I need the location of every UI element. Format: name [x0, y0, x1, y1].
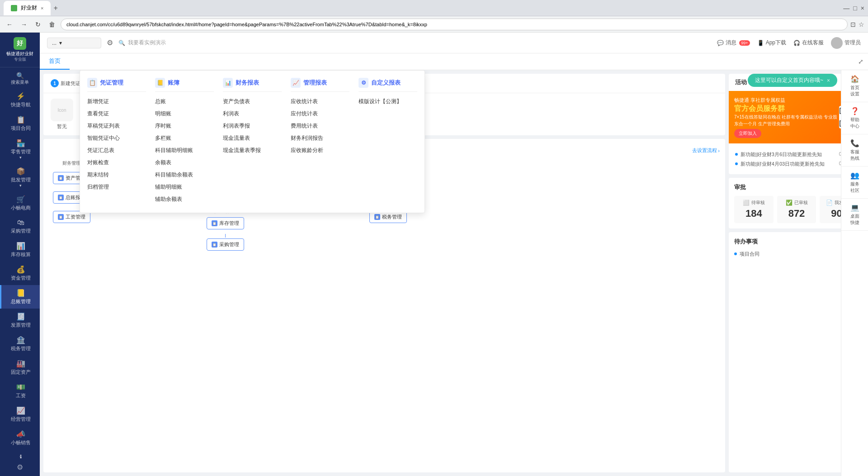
nav-refresh-button[interactable]: ↻ — [33, 19, 43, 30]
menu-item-cashflow[interactable]: 现金流量表 — [223, 132, 282, 144]
logo-text: 畅捷通好业财 — [6, 51, 33, 57]
sidebar-item-management[interactable]: 📈 经营管理 — [0, 403, 40, 426]
basics-icon: ℹ — [19, 453, 22, 458]
nav-delete-button[interactable]: 🗑 — [46, 19, 58, 30]
approval-stat-pending[interactable]: ⬜ 待审核 184 — [734, 196, 774, 223]
sidebar-gear-button[interactable]: ⚙ — [12, 458, 28, 476]
menu-item-general-ledger[interactable]: 总账 — [155, 95, 214, 108]
menu-item-income-quarterly[interactable]: 利润表季报 — [223, 120, 282, 132]
search-placeholder[interactable]: 我要看实例演示 — [128, 39, 166, 47]
menu-item-expense-stats[interactable]: 费用统计表 — [291, 120, 349, 132]
approval-stat-approved[interactable]: ✅ 已审核 872 — [777, 196, 816, 223]
sidebar-item-invoice[interactable]: 🧾 发票管理 — [0, 309, 40, 332]
sidebar-search[interactable]: 🔍 搜索菜单 — [0, 69, 40, 88]
menu-item-ar-stats[interactable]: 应收统计表 — [291, 95, 349, 108]
sidebar-item-purchase[interactable]: 🛍 采购管理 — [0, 215, 40, 238]
salary-icon: 💵 — [16, 383, 25, 391]
menu-item-subject-aux-balance[interactable]: 科目辅助余额表 — [155, 169, 214, 181]
address-bar[interactable] — [61, 19, 848, 30]
menu-item-archive[interactable]: 归档管理 — [87, 181, 146, 193]
sidebar-item-inventory[interactable]: 📊 库存核算 — [0, 238, 40, 262]
setup-flow-link[interactable]: 去设置流程 › — [692, 147, 720, 154]
menu-item-balance[interactable]: 余额表 — [155, 157, 214, 169]
menu-item-draft-voucher[interactable]: 草稿凭证列表 — [87, 120, 146, 132]
nav-back-button[interactable]: ← — [4, 19, 15, 30]
inventory-icon: 📊 — [16, 242, 25, 250]
sidebar-item-wholesale[interactable]: 📦 批发管理 ▾ — [0, 163, 40, 191]
menu-item-view-voucher[interactable]: 查看凭证 — [87, 108, 146, 120]
menu-item-template-design[interactable]: 模版设计【公测】 — [359, 95, 417, 108]
menu-item-cashflow-quarterly[interactable]: 现金流量表季报 — [223, 144, 282, 157]
menu-item-smart-voucher[interactable]: 智能凭证中心 — [87, 132, 146, 144]
tab-expand-icon[interactable]: ⤢ — [858, 58, 863, 65]
menu-section-custom-report: ⚙ 自定义报表 模版设计【公测】 — [359, 78, 417, 205]
menu-item-aux-balance[interactable]: 辅助余额表 — [155, 193, 214, 205]
nav-forward-button[interactable]: → — [18, 19, 30, 30]
section-header-ledger: 📒 账簿 — [155, 78, 214, 92]
topbar-settings-icon[interactable]: ⚙ — [107, 38, 113, 47]
message-button[interactable]: 💬 消息 99+ — [717, 39, 750, 47]
user-avatar-button[interactable]: 管理员 — [831, 37, 861, 49]
sidebar-item-project[interactable]: 📋 项目合同 — [0, 112, 40, 135]
company-name: ... — [52, 40, 57, 46]
window-minimize[interactable]: — — [843, 5, 849, 12]
search-bar[interactable]: 🔍 我要看实例演示 — [118, 39, 254, 47]
sidebar-bottom: ⚙ — [0, 458, 40, 476]
new-tab-button[interactable]: + — [53, 4, 57, 12]
menu-item-period-close[interactable]: 期末结转 — [87, 169, 146, 181]
home-settings-icon: 🏠 — [850, 75, 859, 83]
tooltip-close-button[interactable]: × — [827, 77, 830, 84]
window-close[interactable]: × — [861, 5, 864, 12]
quick-icon-1[interactable]: Icon 暂无 — [51, 99, 73, 130]
right-panel-community[interactable]: 👥 服务社区 — [841, 167, 868, 199]
tab-home[interactable]: 首页 — [40, 53, 70, 70]
right-panel-desktop[interactable]: 💻 桌面快捷 — [841, 199, 868, 231]
todo-item-project: 项目合同 — [734, 249, 859, 259]
tab-title: 好业财 — [21, 4, 37, 12]
window-maximize[interactable]: □ — [853, 5, 857, 12]
menu-item-voucher-summary[interactable]: 凭证汇总表 — [87, 144, 146, 157]
app-download-button[interactable]: 📱 App下载 — [757, 39, 786, 47]
menu-item-subject-aux-detail[interactable]: 科目辅助明细账 — [155, 144, 214, 157]
sidebar-item-ecommerce[interactable]: 🛒 小畅电商 — [0, 191, 40, 215]
bookmark-icon[interactable]: ☆ — [859, 21, 864, 28]
sidebar: 好 畅捷通好业财 专业版 🔍 搜索菜单 ⚡ 快捷导航 📋 项目合同 🏪 零售管理… — [0, 33, 40, 476]
todo-dot-1 — [734, 252, 737, 255]
online-support-button[interactable]: 🎧 在线客服 — [793, 39, 824, 47]
sidebar-item-tax[interactable]: 🏦 税务管理 — [0, 332, 40, 356]
menu-item-sequence-ledger[interactable]: 序时账 — [155, 120, 214, 132]
sidebar-item-quick-nav[interactable]: ⚡ 快捷导航 — [0, 88, 40, 112]
sidebar-item-salary[interactable]: 💵 工资 — [0, 379, 40, 403]
ledger-icon: 📒 — [16, 289, 25, 297]
menu-item-multi-ledger[interactable]: 多栏账 — [155, 132, 214, 144]
menu-item-new-voucher[interactable]: 新增凭证 — [87, 95, 146, 108]
sidebar-item-finance[interactable]: 💰 资金管理 — [0, 262, 40, 285]
company-selector[interactable]: ... ▾ — [47, 38, 101, 48]
cast-icon[interactable]: ⊡ — [850, 21, 856, 28]
step-1-label: 新建凭证 — [61, 80, 80, 87]
browser-tab-active[interactable]: 好业财 × — [4, 1, 51, 15]
flow-node-inventory-mgmt[interactable]: 📋 库存管理 — [207, 217, 244, 229]
sidebar-item-assets[interactable]: 🏭 固定资产 — [0, 356, 40, 379]
menu-item-aux-detail[interactable]: 辅助明细账 — [155, 181, 214, 193]
menu-item-ar-aging[interactable]: 应收账龄分析 — [291, 144, 349, 157]
wholesale-icon: 📦 — [16, 167, 25, 176]
right-panel-help[interactable]: ❓ 帮助中心 — [841, 102, 868, 134]
flow-node-purchase-mgmt[interactable]: 📋 采购管理 — [207, 238, 244, 251]
right-panel-home-settings[interactable]: 🏠 首页设置 — [841, 70, 868, 102]
menu-item-reconcile[interactable]: 对账检查 — [87, 157, 146, 169]
sidebar-item-sales[interactable]: 📣 小畅销售 — [0, 426, 40, 450]
menu-section-ledger: 📒 账簿 总账 明细账 序时账 多栏账 科目辅助明细账 余额表 科目辅助余额表 … — [155, 78, 214, 205]
sidebar-item-ledger[interactable]: 📒 总账管理 — [0, 285, 40, 309]
sidebar-item-retail[interactable]: 🏪 零售管理 ▾ — [0, 135, 40, 163]
tab-close-btn[interactable]: × — [41, 5, 43, 11]
right-panel-hotline[interactable]: 📞 客服热线 — [841, 134, 868, 167]
menu-item-profit-report[interactable]: 财务利润报告 — [291, 132, 349, 144]
activity-join-button[interactable]: 立即加入 — [734, 129, 761, 138]
menu-item-balance-sheet[interactable]: 资产负债表 — [223, 95, 282, 108]
menu-item-ap-stats[interactable]: 应付统计表 — [291, 108, 349, 120]
menu-item-detailed-ledger[interactable]: 明细账 — [155, 108, 214, 120]
menu-item-income-statement[interactable]: 利润表 — [223, 108, 282, 120]
tooltip-bubble: 这里可以自定义首页内容哦~ × — [748, 74, 837, 87]
sidebar-item-basics[interactable]: ℹ 基础信息 — [0, 450, 40, 458]
